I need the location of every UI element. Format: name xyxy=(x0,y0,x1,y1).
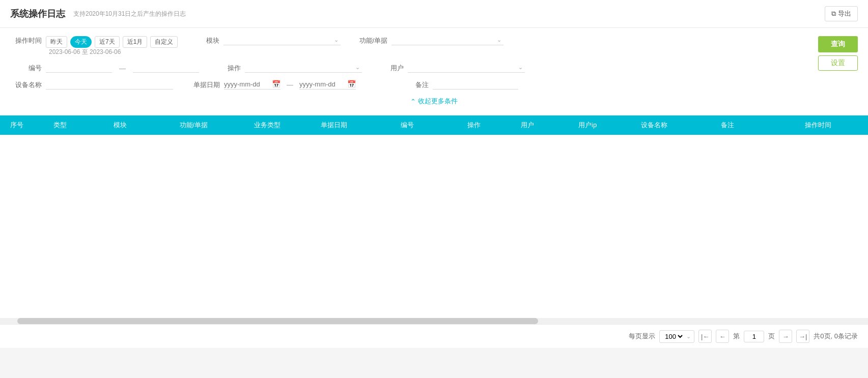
col-optime: 操作时间 xyxy=(768,115,868,135)
module-select[interactable] xyxy=(223,36,341,44)
settings-button[interactable]: 设置 xyxy=(818,55,858,71)
col-seqno: 序号 xyxy=(0,115,34,135)
page-size-select-wrap[interactable]: 100 10 20 50 200 ⌄ xyxy=(659,330,694,343)
col-operation: 操作 xyxy=(447,115,501,135)
col-type: 类型 xyxy=(34,115,87,135)
page-subtitle: 支持2020年10月31日之后产生的操作日志 xyxy=(73,10,186,18)
empty-area xyxy=(0,135,868,318)
remark-input-wrap xyxy=(433,80,518,90)
calendar-to-icon[interactable]: 📅 xyxy=(347,80,356,88)
number-to-wrap xyxy=(133,64,199,73)
custom-btn[interactable]: 自定义 xyxy=(150,36,178,48)
voucher-date-label: 单据日期 xyxy=(183,80,224,90)
today-btn[interactable]: 今天 xyxy=(70,36,92,48)
table-section: 序号 类型 模块 功能/单据 业务类型 单据日期 编号 操作 用户 用户ip 设… xyxy=(0,115,868,318)
module-select-wrap: ⌄ xyxy=(223,36,341,45)
export-label: 导出 xyxy=(838,9,851,18)
filter-panel: 操作时间 昨天 今天 近7天 近1月 自定义 2023-06-06 至 2023… xyxy=(0,28,868,115)
col-function: 功能/单据 xyxy=(154,115,234,135)
operation-select[interactable] xyxy=(245,64,362,71)
time-filter-group: 昨天 今天 近7天 近1月 自定义 2023-06-06 至 2023-06-0… xyxy=(46,36,178,56)
page-size-select[interactable]: 100 10 20 50 200 xyxy=(663,332,684,341)
col-devicename: 设备名称 xyxy=(621,115,688,135)
number-dash: — xyxy=(119,65,126,72)
col-remark: 备注 xyxy=(688,115,768,135)
function-select[interactable] xyxy=(391,36,503,44)
collapse-bar: ⌃ 收起更多条件 xyxy=(10,94,858,111)
user-select[interactable] xyxy=(408,64,525,71)
data-table: 序号 类型 模块 功能/单据 业务类型 单据日期 编号 操作 用户 用户ip 设… xyxy=(0,115,868,135)
remark-input[interactable] xyxy=(433,80,518,88)
yesterday-btn[interactable]: 昨天 xyxy=(46,36,67,48)
per-page-label: 每页显示 xyxy=(629,332,655,341)
table-header-row: 序号 类型 模块 功能/单据 业务类型 单据日期 编号 操作 用户 用户ip 设… xyxy=(0,115,868,135)
page-label: 第 xyxy=(733,332,740,341)
page-unit: 页 xyxy=(768,332,775,341)
query-button[interactable]: 查询 xyxy=(818,36,858,52)
first-page-button[interactable]: |← xyxy=(698,330,712,343)
remark-label: 备注 xyxy=(397,80,433,90)
date-dash: — xyxy=(287,81,293,89)
collapse-label: 收起更多条件 xyxy=(418,97,458,106)
page-number-input[interactable] xyxy=(744,331,764,342)
number-to-input[interactable] xyxy=(133,64,199,71)
module-label: 模块 xyxy=(188,36,223,45)
collapse-chevron-icon: ⌃ xyxy=(410,98,416,105)
col-user: 用户 xyxy=(501,115,554,135)
device-label: 设备名称 xyxy=(10,80,46,90)
number-label: 编号 xyxy=(10,64,46,73)
number-from-input[interactable] xyxy=(46,64,112,71)
col-biztype: 业务类型 xyxy=(234,115,300,135)
operation-select-wrap: ⌄ xyxy=(245,64,362,73)
export-icon: ⧉ xyxy=(831,10,836,18)
user-select-wrap: ⌄ xyxy=(408,64,525,73)
date-to-input[interactable] xyxy=(299,80,345,88)
function-select-wrap: ⌄ xyxy=(391,36,503,45)
scrollbar-thumb[interactable] xyxy=(17,318,538,324)
last1month-btn[interactable]: 近1月 xyxy=(123,36,148,48)
page-header: 系统操作日志 支持2020年10月31日之后产生的操作日志 ⧉ 导出 xyxy=(0,0,868,28)
col-userip: 用户ip xyxy=(554,115,621,135)
prev-page-button[interactable]: ← xyxy=(716,330,729,343)
time-filter-label: 操作时间 xyxy=(10,36,46,45)
time-range-text: 2023-06-06 至 2023-06-06 xyxy=(49,48,178,56)
date-from-wrap: 📅 xyxy=(224,80,281,90)
last-page-button[interactable]: →| xyxy=(796,330,809,343)
last7days-btn[interactable]: 近7天 xyxy=(95,36,120,48)
export-button[interactable]: ⧉ 导出 xyxy=(825,6,858,21)
calendar-from-icon[interactable]: 📅 xyxy=(272,80,281,88)
col-number: 编号 xyxy=(367,115,447,135)
device-input-wrap xyxy=(46,80,173,90)
date-from-input[interactable] xyxy=(224,80,270,88)
scrollbar-area[interactable] xyxy=(0,318,868,324)
pagination-bar: 每页显示 100 10 20 50 200 ⌄ |← ← 第 页 → →| 共0… xyxy=(0,324,868,348)
col-module: 模块 xyxy=(87,115,153,135)
col-voucherdate: 单据日期 xyxy=(300,115,367,135)
page-title: 系统操作日志 xyxy=(10,8,65,20)
collapse-button[interactable]: ⌃ 收起更多条件 xyxy=(410,97,458,106)
device-input[interactable] xyxy=(46,80,173,88)
total-info: 共0页, 0条记录 xyxy=(814,332,858,341)
action-buttons: 查询 设置 xyxy=(818,36,858,71)
function-label: 功能/单据 xyxy=(351,36,391,45)
page-size-dropdown-icon: ⌄ xyxy=(686,333,691,340)
date-to-wrap: 📅 xyxy=(299,80,356,90)
user-label: 用户 xyxy=(372,64,408,73)
number-from-wrap xyxy=(46,64,112,73)
operation-label: 操作 xyxy=(209,64,245,73)
next-page-button[interactable]: → xyxy=(779,330,792,343)
